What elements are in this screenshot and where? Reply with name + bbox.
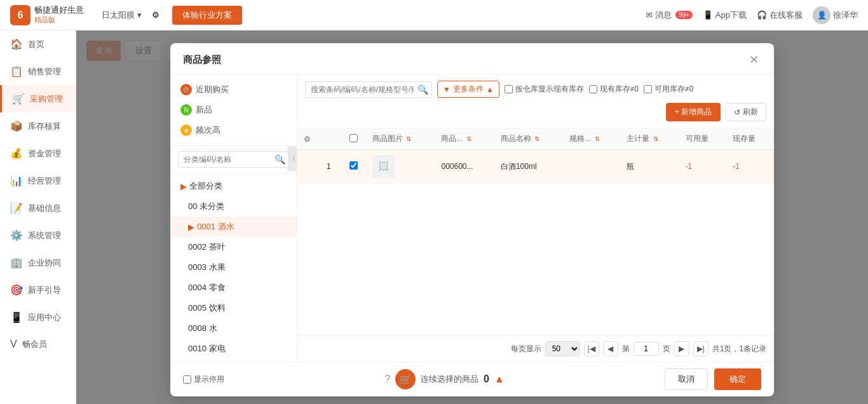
sidebar-item-purchase[interactable]: 🛒 采购管理 xyxy=(0,85,76,112)
prev-page-button[interactable]: ◀ xyxy=(603,341,618,356)
cart-info: ? 🛒 连续选择的商品 0 ▲ xyxy=(384,369,505,389)
online-service-item[interactable]: 🎧 在线客服 xyxy=(757,10,803,21)
usable-not-zero-checkbox[interactable]: 可用库存≠0 xyxy=(644,84,693,95)
col-img-label: 商品图片 xyxy=(372,134,403,143)
sidebar-item-guide[interactable]: 🎯 新手引导 xyxy=(0,276,76,304)
message-item[interactable]: ✉ 消息 99+ xyxy=(646,10,693,21)
modal-footer: 显示停用 ? 🛒 连续选择的商品 0 ▲ 取消 确定 xyxy=(170,361,774,396)
sidebar-item-system[interactable]: ⚙️ 系统管理 xyxy=(0,222,76,249)
category-item-0002[interactable]: 0002 茶叶 xyxy=(170,237,297,257)
selector-text: 日太阳膜 xyxy=(102,10,135,21)
category-item-0001[interactable]: ▶ 0001 酒水 xyxy=(170,217,297,237)
nav-right: ✉ 消息 99+ 📱 App下载 🎧 在线客服 👤 徐泽华 xyxy=(646,6,858,24)
sort-code-icon[interactable]: ⇅ xyxy=(466,135,471,142)
sidebar-item-sales[interactable]: 📋 销售管理 xyxy=(0,58,76,85)
system-icon: ⚙️ xyxy=(10,229,23,241)
first-page-button[interactable]: |◀ xyxy=(584,341,599,356)
quick-item-recent[interactable]: ⏱ 近期购买 xyxy=(170,79,297,100)
category-item-0004[interactable]: 0004 零食 xyxy=(170,278,297,298)
collapse-cart-icon[interactable]: ▲ xyxy=(494,374,505,385)
cancel-button[interactable]: 取消 xyxy=(665,368,708,390)
sidebar-item-inventory[interactable]: 📦 库存核算 xyxy=(0,112,76,140)
modal-dialog: 商品参照 ✕ ⏱ 近期购买 N 新品 xyxy=(170,43,774,396)
show-disabled-label: 显示停用 xyxy=(194,374,224,385)
refresh-button[interactable]: ↺ 刷新 xyxy=(726,103,766,121)
available-not-zero-label: 现有库存≠0 xyxy=(600,84,639,95)
show-disabled-checkbox[interactable]: 显示停用 xyxy=(183,374,224,385)
sort-name-icon[interactable]: ⇅ xyxy=(534,135,539,142)
avatar: 👤 xyxy=(813,6,831,24)
col-settings[interactable]: ⚙ xyxy=(297,128,320,150)
quick-item-new[interactable]: N 新品 xyxy=(170,100,297,120)
sidebar-label-home: 首页 xyxy=(28,39,44,50)
app-download-item[interactable]: 📱 App下载 xyxy=(703,10,747,21)
message-badge: 99+ xyxy=(675,11,693,19)
available-not-zero-checkbox[interactable]: 现有库存≠0 xyxy=(589,84,639,95)
chevron-up-icon: ▲ xyxy=(486,85,494,94)
col-checkbox[interactable] xyxy=(343,128,366,150)
category-search-icon[interactable]: 🔍 xyxy=(275,154,285,165)
modal-close-button[interactable]: ✕ xyxy=(746,52,761,67)
product-search-input[interactable] xyxy=(305,81,432,98)
total-info: 共1页，1条记录 xyxy=(712,344,766,354)
category-item-0003[interactable]: 0003 水果 xyxy=(170,257,297,278)
nav-selector[interactable]: 日太阳膜 ▾ xyxy=(97,7,147,24)
table-settings-icon[interactable]: ⚙ xyxy=(304,135,311,144)
show-by-warehouse-label: 按仓库显示现有库存 xyxy=(515,84,584,95)
cell-img: 🖼 xyxy=(366,150,435,184)
category-item-0005[interactable]: 0005 饮料 xyxy=(170,298,297,318)
table-row[interactable]: 1 🖼 000600... 白酒100ml xyxy=(297,150,774,184)
category-item-all[interactable]: ▶ 全部分类 xyxy=(170,176,297,196)
sidebar-item-home[interactable]: 🏠 首页 xyxy=(0,30,76,58)
logo-area: 6 畅捷通好生意 精品版 xyxy=(10,5,84,25)
sidebar-label-base: 基础信息 xyxy=(28,203,61,214)
category-item-00[interactable]: 00 未分类 xyxy=(170,196,297,217)
add-product-button[interactable]: + 新增商品 xyxy=(666,103,721,121)
last-page-button[interactable]: ▶| xyxy=(693,341,709,356)
col-available: 可用量 xyxy=(679,128,727,150)
category-item-0010[interactable]: 0010 家电 xyxy=(170,339,297,359)
sidebar-item-operations[interactable]: 📊 经营管理 xyxy=(0,167,76,194)
show-by-warehouse-checkbox[interactable]: 按仓库显示现有库存 xyxy=(505,84,584,95)
sidebar-item-base[interactable]: 📝 基础信息 xyxy=(0,194,76,222)
filter-icon: ▼ xyxy=(443,85,451,94)
user-item[interactable]: 👤 徐泽华 xyxy=(813,6,858,24)
next-page-button[interactable]: ▶ xyxy=(674,341,689,356)
row-checkbox[interactable] xyxy=(349,161,358,170)
cell-name: 白酒100ml xyxy=(494,150,563,184)
table-header-row: ⚙ 商品图片 ⇅ xyxy=(297,128,774,150)
cell-settings xyxy=(297,150,320,184)
confirm-button[interactable]: 确定 xyxy=(714,368,761,390)
gear-button[interactable]: ⚙ xyxy=(147,6,165,24)
cell-code: 000600... xyxy=(435,150,494,184)
more-filter-button[interactable]: ▼ 更多条件 ▲ xyxy=(437,81,499,98)
cell-no: 1 xyxy=(320,150,343,184)
sort-img-icon[interactable]: ⇅ xyxy=(406,135,411,142)
page-number-input[interactable] xyxy=(634,342,659,356)
help-icon[interactable]: ? xyxy=(384,374,390,385)
sidebar-item-enterprise[interactable]: 🏢 企业协同 xyxy=(0,249,76,276)
sidebar-item-finance[interactable]: 💰 资金管理 xyxy=(0,140,76,167)
category-label-0008: 0008 水 xyxy=(188,323,217,334)
sidebar-label-vip: 畅会员 xyxy=(22,339,47,350)
show-by-warehouse-input[interactable] xyxy=(505,85,513,93)
sort-unit-icon[interactable]: ⇅ xyxy=(653,135,658,142)
logo-icon: 6 xyxy=(10,5,31,25)
category-item-0008[interactable]: 0008 水 xyxy=(170,318,297,339)
usable-not-zero-input[interactable] xyxy=(644,85,652,93)
cell-checkbox[interactable] xyxy=(343,150,366,184)
show-disabled-input[interactable] xyxy=(183,375,191,384)
sidebar-item-vip[interactable]: V 畅会员 xyxy=(0,331,76,358)
select-all-checkbox[interactable] xyxy=(349,134,358,142)
sort-spec-icon[interactable]: ⇅ xyxy=(595,135,600,142)
experience-button[interactable]: 体验行业方案 xyxy=(172,6,242,25)
category-label-0001: 0001 酒水 xyxy=(197,221,234,232)
per-page-select[interactable]: 20 50 100 xyxy=(545,341,580,356)
top-nav: 6 畅捷通好生意 精品版 日太阳膜 ▾ ⚙ 体验行业方案 ✉ 消息 99+ 📱 … xyxy=(0,0,868,30)
cart-label: 连续选择的商品 xyxy=(421,374,478,385)
sidebar-item-apps[interactable]: 📱 应用中心 xyxy=(0,304,76,331)
product-search-icon[interactable]: 🔍 xyxy=(417,84,428,95)
available-not-zero-input[interactable] xyxy=(589,85,597,93)
category-search-input[interactable] xyxy=(178,151,289,168)
quick-item-freq[interactable]: ★ 频次高 xyxy=(170,120,297,140)
